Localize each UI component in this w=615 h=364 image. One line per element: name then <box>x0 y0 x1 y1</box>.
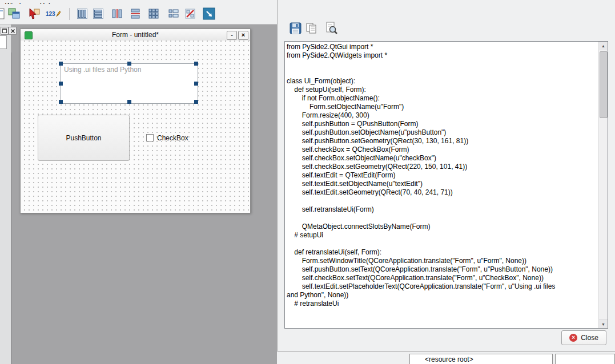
form-window-titlebar[interactable]: Form - untitled* - × <box>21 29 250 41</box>
layout-splitter-horizontal-icon[interactable] <box>110 6 124 22</box>
selection-handle-top-center[interactable] <box>127 62 131 66</box>
form-close-button[interactable]: × <box>238 31 248 40</box>
selection-handle-bottom-left[interactable] <box>59 100 63 104</box>
code-text-area[interactable]: from PySide2.QtGui import * from PySide2… <box>284 41 608 329</box>
dock-splitter-handle[interactable] <box>11 52 11 364</box>
menubar: WindowHelp <box>0 0 277 4</box>
form-canvas[interactable]: Using .ui files and Python PushButton Ch… <box>21 41 249 212</box>
pushbutton-label: PushButton <box>66 134 101 142</box>
clipped-panel-box <box>0 35 7 49</box>
selection-handle-bottom-center[interactable] <box>127 100 131 104</box>
form-editor-window: Form - untitled* - × Using .ui files and… <box>20 29 251 213</box>
close-button-label: Close <box>581 334 598 342</box>
layout-vertical-icon[interactable] <box>91 6 106 22</box>
open-form-icon[interactable] <box>7 6 22 22</box>
copy-icon[interactable] <box>304 21 318 35</box>
code-viewer-dialog: from PySide2.QtGui import * from PySide2… <box>277 0 615 351</box>
textedit-widget[interactable]: Using .ui files and Python <box>61 63 198 104</box>
tab-order-icon[interactable]: 123 <box>46 6 61 22</box>
code-scrollbar[interactable]: ▲ ▼ <box>598 42 608 328</box>
tab-order-label: 123 <box>46 11 55 17</box>
form-window-title: Form - untitled* <box>21 31 250 39</box>
layout-form-icon[interactable] <box>166 6 181 22</box>
toolbar-separator <box>69 8 70 20</box>
selection-handle-mid-right[interactable] <box>194 82 198 86</box>
resource-browser-panel: <resource root> <box>277 351 615 364</box>
save-icon[interactable] <box>288 21 302 35</box>
break-layout-icon[interactable] <box>183 6 198 22</box>
pushbutton-widget[interactable]: PushButton <box>38 115 130 161</box>
qt-designer-screen: WindowHelp 123 <box>0 0 615 364</box>
checkbox-label: CheckBox <box>157 134 188 142</box>
find-icon[interactable] <box>324 21 338 35</box>
close-circle-icon: × <box>569 334 577 342</box>
checkbox-indicator <box>146 134 154 141</box>
main-toolbar: 123 <box>0 4 277 25</box>
selection-handle-top-left[interactable] <box>59 62 63 66</box>
edit-widgets-icon[interactable] <box>27 6 42 22</box>
scrollbar-thumb[interactable] <box>600 51 608 118</box>
float-glyph <box>2 29 7 33</box>
selection-handle-mid-left[interactable] <box>59 82 63 86</box>
scroll-up-icon[interactable]: ▲ <box>599 42 608 50</box>
resource-root-item[interactable]: <resource root> <box>409 354 553 364</box>
close-button[interactable]: × Close <box>561 330 606 345</box>
layout-horizontal-icon[interactable] <box>75 6 90 22</box>
form-minimize-button[interactable]: - <box>227 31 237 40</box>
adjust-size-icon[interactable] <box>202 6 216 22</box>
left-dock-strip <box>0 25 11 364</box>
selection-handle-bottom-right[interactable] <box>194 100 198 104</box>
layout-splitter-vertical-icon[interactable] <box>128 6 143 22</box>
checkbox-widget[interactable]: CheckBox <box>146 126 204 149</box>
dock-close-icon[interactable] <box>9 27 17 35</box>
python-code: from PySide2.QtGui import * from PySide2… <box>287 43 597 327</box>
layout-grid-icon[interactable] <box>146 6 161 22</box>
dock-float-icon[interactable] <box>1 27 9 35</box>
resource-panel-extra <box>555 354 615 364</box>
scroll-down-icon[interactable]: ▼ <box>599 319 608 328</box>
selection-handle-top-right[interactable] <box>194 62 198 66</box>
